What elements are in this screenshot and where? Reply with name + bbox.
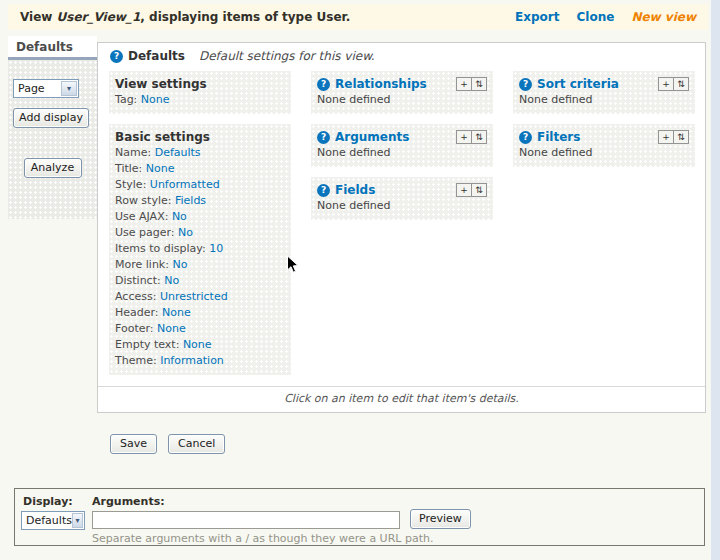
preview-help-text: Separate arguments with a / as though th…: [92, 532, 433, 545]
relationships-box: ? Relationships + ⇅ None defined: [311, 71, 493, 114]
add-display-area: Page ▾ Add display Analyze: [8, 60, 97, 219]
help-icon[interactable]: ?: [519, 78, 532, 91]
setting-label: Name:: [115, 146, 151, 159]
sort-criteria-empty-text: None defined: [519, 92, 689, 108]
help-icon[interactable]: ?: [519, 131, 532, 144]
arguments-box: ? Arguments + ⇅ None defined: [311, 124, 493, 167]
help-icon[interactable]: ?: [317, 184, 330, 197]
preview-button[interactable]: Preview: [410, 509, 471, 529]
basic-settings-box: Basic settings Name: Defaults Title: Non…: [109, 124, 291, 375]
setting-value-link[interactable]: Defaults: [155, 146, 201, 159]
rearrange-fields-button[interactable]: ⇅: [471, 183, 487, 197]
setting-value-link[interactable]: None: [162, 306, 191, 319]
arguments-empty-text: None defined: [317, 145, 487, 161]
setting-label: Empty text:: [115, 338, 179, 351]
setting-row-title: Title: None: [115, 161, 285, 177]
tab-defaults[interactable]: Defaults: [8, 36, 97, 60]
setting-label: Row style:: [115, 194, 171, 207]
settings-column-3: ? Sort criteria + ⇅ None defined ? Filte…: [513, 71, 695, 167]
panel-heading: ? Defaults Default settings for this vie…: [110, 49, 375, 63]
rearrange-filters-button[interactable]: ⇅: [673, 130, 689, 144]
fields-title-link[interactable]: Fields: [335, 182, 375, 198]
setting-row-items-to-display: Items to display: 10: [115, 241, 285, 257]
relationships-empty-text: None defined: [317, 92, 487, 108]
setting-value-link[interactable]: None: [157, 322, 186, 335]
save-button[interactable]: Save: [110, 434, 157, 454]
preview-display-select-value: Defaults: [26, 514, 72, 527]
setting-row-use-pager: Use pager: No: [115, 225, 285, 241]
rearrange-relationships-button[interactable]: ⇅: [471, 77, 487, 91]
setting-row-distinct: Distinct: No: [115, 273, 285, 289]
filters-box: ? Filters + ⇅ None defined: [513, 124, 695, 167]
setting-value-link[interactable]: No: [172, 210, 187, 223]
setting-label: Style:: [115, 178, 146, 191]
clone-link[interactable]: Clone: [577, 10, 615, 24]
chevron-down-icon: ▾: [61, 81, 77, 96]
setting-value-link[interactable]: None: [146, 162, 175, 175]
arguments-title-link[interactable]: Arguments: [335, 129, 409, 145]
views-edit-page: View User_View_1, displaying items of ty…: [0, 0, 720, 560]
add-field-button[interactable]: +: [456, 183, 472, 197]
setting-value-link[interactable]: 10: [209, 242, 223, 255]
filters-title-link[interactable]: Filters: [537, 129, 580, 145]
setting-label: Use pager:: [115, 226, 175, 239]
cancel-button[interactable]: Cancel: [168, 434, 225, 454]
setting-value-link[interactable]: Unformatted: [150, 178, 220, 191]
page-title: View User_View_1, displaying items of ty…: [20, 10, 350, 24]
setting-row-header: Header: None: [115, 305, 285, 321]
preview-display-select[interactable]: Defaults ▾: [21, 511, 85, 530]
setting-label: Title:: [115, 162, 142, 175]
setting-row-tag: Tag: None: [115, 92, 285, 108]
help-icon[interactable]: ?: [110, 50, 123, 63]
setting-value-link[interactable]: None: [183, 338, 212, 351]
page-right-strip: [711, 0, 720, 560]
display-tabs-sidebar: Defaults Page ▾ Add display Analyze: [8, 36, 97, 219]
filters-empty-text: None defined: [519, 145, 689, 161]
rearrange-arguments-button[interactable]: ⇅: [471, 130, 487, 144]
display-type-select[interactable]: Page ▾: [13, 79, 79, 98]
live-preview-panel: Display: Defaults ▾ Arguments: Preview S…: [14, 488, 705, 546]
panel-heading-title: Defaults: [128, 49, 185, 63]
sort-criteria-box: ? Sort criteria + ⇅ None defined: [513, 71, 695, 114]
setting-label: Use AJAX:: [115, 210, 168, 223]
add-argument-button[interactable]: +: [456, 130, 472, 144]
setting-value-link[interactable]: None: [141, 93, 170, 106]
analyze-button[interactable]: Analyze: [24, 158, 82, 178]
basic-settings-title: Basic settings: [115, 129, 285, 145]
add-filter-button[interactable]: +: [658, 130, 674, 144]
setting-row-theme: Theme: Information: [115, 353, 285, 369]
view-settings-box: View settings Tag: None: [109, 71, 291, 114]
header-links: Export Clone New view: [515, 10, 696, 24]
setting-value-link[interactable]: Unrestricted: [160, 290, 228, 303]
setting-value-link[interactable]: No: [172, 258, 187, 271]
setting-label: Theme:: [115, 354, 157, 367]
setting-label: More link:: [115, 258, 169, 271]
view-name: User_View_1: [57, 10, 141, 24]
export-link[interactable]: Export: [515, 10, 559, 24]
new-view-link[interactable]: New view: [631, 10, 696, 24]
fields-empty-text: None defined: [317, 198, 487, 214]
setting-row-empty-text: Empty text: None: [115, 337, 285, 353]
add-sort-button[interactable]: +: [658, 77, 674, 91]
setting-value-link[interactable]: No: [178, 226, 193, 239]
sort-criteria-title-link[interactable]: Sort criteria: [537, 76, 619, 92]
panel-heading-description: Default settings for this view.: [199, 49, 375, 63]
setting-value-link[interactable]: Fields: [175, 194, 206, 207]
add-relationship-button[interactable]: +: [456, 77, 472, 91]
help-icon[interactable]: ?: [317, 78, 330, 91]
add-display-button[interactable]: Add display: [13, 108, 89, 128]
setting-row-name: Name: Defaults: [115, 145, 285, 161]
setting-label: Items to display:: [115, 242, 206, 255]
setting-value-link[interactable]: No: [164, 274, 179, 287]
page-title-prefix: View: [20, 10, 57, 24]
display-settings-panel: ? Defaults Default settings for this vie…: [97, 42, 706, 413]
rearrange-sorts-button[interactable]: ⇅: [673, 77, 689, 91]
setting-value-link[interactable]: Information: [160, 354, 224, 367]
help-icon[interactable]: ?: [317, 131, 330, 144]
relationships-title-link[interactable]: Relationships: [335, 76, 427, 92]
setting-label: Tag:: [115, 93, 137, 106]
form-actions: Save Cancel: [110, 434, 225, 454]
setting-row-access: Access: Unrestricted: [115, 289, 285, 305]
preview-arguments-input[interactable]: [92, 511, 400, 529]
setting-row-footer: Footer: None: [115, 321, 285, 337]
